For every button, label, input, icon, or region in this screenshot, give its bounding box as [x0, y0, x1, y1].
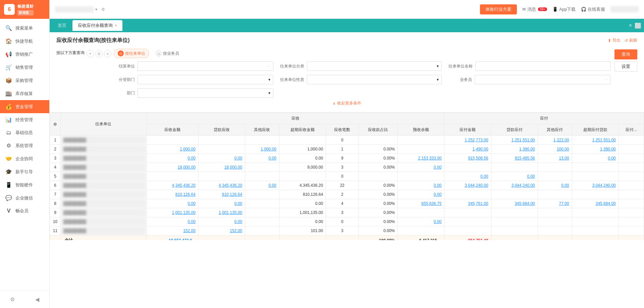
sidebar-item-wechat[interactable]: 💬 企业微信 — [0, 191, 49, 205]
sidebar-item-marketing[interactable]: 📢 营销推广 — [0, 48, 49, 61]
select-dept[interactable]: ▾ — [138, 88, 273, 98]
solution-btn[interactable]: 体验行业方案 — [480, 4, 517, 14]
footer-ap-amount: -654,751.40 — [444, 235, 491, 240]
header-actions: 体验行业方案 ✉ 消息 99+ 📱 App下载 🎧 在线客服 ●●● — [480, 4, 639, 14]
message-btn[interactable]: ✉ 消息 99+ — [522, 6, 547, 12]
row-ar-ratio: 0.00% — [359, 190, 398, 199]
row-ar-count: 0 — [326, 172, 359, 181]
sidebar-item-quicknav[interactable]: 🏠 快捷导航 — [0, 35, 49, 48]
input-yewuyuan[interactable]: ··· — [475, 75, 610, 84]
row-ar-other — [245, 136, 279, 145]
online-service-btn[interactable]: 🎧 在线客服 — [581, 6, 605, 12]
collapse-scheme-btn[interactable]: « — [104, 50, 111, 57]
row-ap-amount — [444, 217, 491, 226]
row-ar-count: 3 — [326, 226, 359, 235]
settings-scheme-btn[interactable]: ⊙ — [95, 50, 103, 57]
row-ar-loan: 0.00 — [198, 217, 245, 226]
row-no: 1 — [50, 136, 61, 145]
app-name: 畅捷通财 — [17, 4, 34, 9]
download-label: App下载 — [559, 6, 576, 12]
tab-close-all-btn[interactable]: × — [629, 23, 632, 29]
app-download-btn[interactable]: 📱 App下载 — [552, 6, 576, 12]
settings-gear[interactable]: ⚙ — [101, 7, 105, 12]
row-ap-other: 1,222.00 — [538, 136, 572, 145]
row-ar-other — [245, 163, 279, 172]
sidebar-item-member[interactable]: V 畅会员 — [0, 205, 49, 217]
row-advance: 655,636.75 — [398, 199, 444, 208]
sidebar-item-baseinfo[interactable]: 🗂 基础信息 — [0, 126, 49, 139]
row-partner: ████████ — [61, 172, 147, 181]
export-btn[interactable]: ⬆ 导出 — [608, 38, 621, 43]
table-footer: 合计 19,553,472,6... 100.00% 6,417,215....… — [50, 235, 644, 240]
row-ar-overdue: 1,001,135.00 — [279, 208, 326, 217]
query-btn[interactable]: 查询 — [614, 49, 637, 59]
setting-btn[interactable]: 设置 — [614, 61, 637, 72]
tab-fullscreen-btn[interactable]: ⬜ — [635, 23, 641, 29]
logo-icon: 6 — [4, 4, 15, 15]
col-advance: 预收余额 — [398, 124, 444, 136]
collapse-icon: ∧ — [333, 101, 336, 106]
row-ar-ratio: 0.00% — [359, 163, 398, 172]
sidebar-collapse-btn[interactable]: ◀ — [33, 295, 42, 304]
row-ar-ratio: 0.00% — [359, 154, 398, 163]
col-ap-more: 应付... — [619, 124, 644, 136]
add-scheme-btn[interactable]: + — [87, 50, 94, 57]
sidebar-item-purchase[interactable]: 📦 采购管理 — [0, 74, 49, 87]
sidebar-item-cooperation[interactable]: 🤝 企业协同 — [0, 152, 49, 165]
row-ar-other: 0.00 — [245, 181, 279, 190]
page-title: 应收应付余额查询(按往来单位) — [56, 37, 130, 44]
page-title-row: 应收应付余额查询(按往来单位) ⬆ 导出 ↺ 刷新 — [56, 37, 637, 44]
page-header: 应收应付余额查询(按往来单位) ⬆ 导出 ↺ 刷新 — [50, 32, 644, 113]
table-row: 4 ████████ 18,000.00 18,000.00 9,000.00 … — [50, 163, 644, 172]
row-ap-other: 77.00 — [538, 199, 572, 208]
tab-home[interactable]: 首页 — [52, 20, 72, 31]
row-ar-loan: 810,126.64 — [198, 190, 245, 199]
user-area[interactable]: ●●● — [610, 6, 639, 12]
sidebar-item-search[interactable]: 🔍 搜索菜单 — [0, 21, 49, 35]
scheme-by-salesman[interactable]: ◎ 按业务员 — [152, 49, 182, 58]
sidebar-item-system[interactable]: ⚙ 系统管理 — [0, 139, 49, 152]
row-ar-overdue: 0.00 — [279, 217, 326, 226]
row-ar-count: 22 — [326, 181, 359, 190]
input-laiwa-name[interactable] — [475, 61, 610, 71]
select-laiwa-nature[interactable]: ▾ — [307, 75, 442, 84]
row-ar-loan: 4,345,436.20 — [198, 181, 245, 190]
row-ar-other: 0.00 — [245, 154, 279, 163]
sidebar-item-guide[interactable]: 🎓 新手引导 — [0, 165, 49, 178]
sidebar-label-finance: 资金管理 — [15, 104, 33, 110]
row-ap-other — [538, 163, 572, 172]
table-body: 1 ████████ 0 1,252,773.00 1,251,551.00 1… — [50, 136, 644, 235]
row-ar-count: 9 — [326, 154, 359, 163]
row-ap-other — [538, 208, 572, 217]
col-settings[interactable]: ⚙ — [50, 113, 61, 136]
sidebar-settings-btn[interactable]: ⚙ — [7, 295, 17, 304]
home-icon: 🏠 — [5, 38, 12, 44]
field-yewuyuan: 业务员 ··· — [448, 75, 610, 84]
row-partner: ████████ — [61, 145, 147, 154]
table-wrapper[interactable]: ⚙ 往来单位 应收 应付 — [50, 113, 644, 240]
select-fenguan[interactable]: ▾ — [138, 75, 273, 84]
cooperation-icon: 🤝 — [5, 156, 12, 162]
select-laiwa-category[interactable]: ▾ — [307, 61, 442, 71]
row-ap-amount: 1,490.00 — [444, 145, 491, 154]
tab-receivable[interactable]: 应收应付余额查询 × — [72, 20, 122, 31]
col-partner-header: 往来单位 — [61, 113, 147, 136]
sidebar-item-finance[interactable]: 💰 资金管理 — [0, 100, 49, 113]
sidebar-item-hardware[interactable]: 📱 智能硬件 — [0, 178, 49, 191]
footer-ar-loan — [198, 235, 245, 240]
collapse-more-btn[interactable]: ∧ 收起更多条件 — [56, 99, 637, 107]
input-jiesuan[interactable]: ··· — [138, 61, 273, 71]
sidebar-item-sales[interactable]: 🛒 销售管理 — [0, 61, 49, 74]
row-ar-overdue: 9,000.00 — [279, 163, 326, 172]
refresh-btn[interactable]: ↺ 刷新 — [625, 38, 637, 43]
breadcrumb-text: ●●●●● — [55, 6, 94, 12]
scheme-by-partner[interactable]: ⊙ 按往来单位 — [114, 49, 149, 58]
tab-close-btn[interactable]: × — [115, 23, 117, 28]
sidebar-item-inventory[interactable]: 🏬 库存核算 — [0, 87, 49, 100]
sidebar-item-management[interactable]: 📊 经营管理 — [0, 113, 49, 126]
breadcrumb-caret[interactable]: ▾ — [95, 7, 97, 12]
row-ar-other — [245, 226, 279, 235]
row-no: 3 — [50, 154, 61, 163]
col-ap-loan: 贷款应付 — [491, 124, 538, 136]
table-row: 3 ████████ 0.00 0.00 0.00 0.00 9 0.00% 2… — [50, 154, 644, 163]
